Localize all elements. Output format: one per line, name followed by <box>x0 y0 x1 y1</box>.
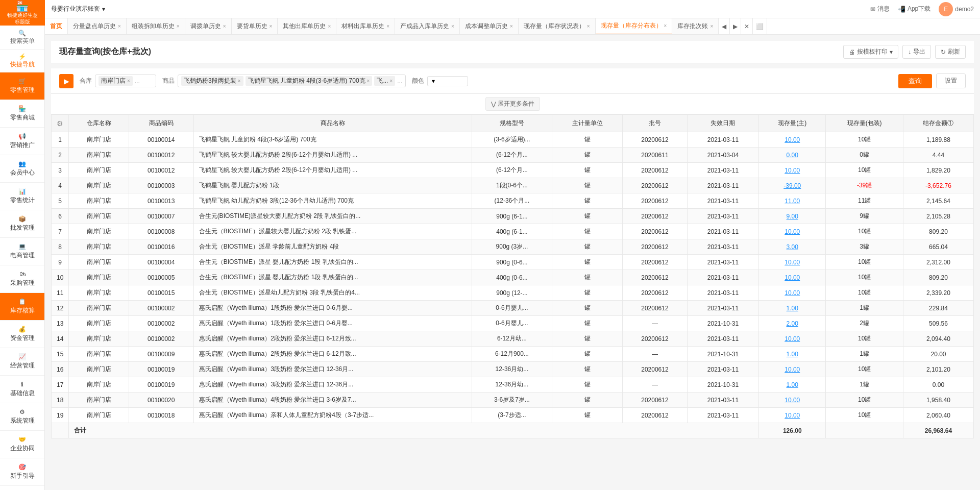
settings-button[interactable]: 设置 <box>936 74 966 88</box>
cell-qty-main[interactable]: 0.00 <box>759 148 826 163</box>
sidebar-item-inventory[interactable]: 📋 库存核算 <box>0 293 44 321</box>
cell-qty-main[interactable]: 3.00 <box>759 239 826 255</box>
goods-tag-1-close[interactable]: × <box>238 78 241 84</box>
sidebar-item-member[interactable]: 👥 会员中心 <box>0 155 44 183</box>
cell-warehouse: 南岸门店 <box>69 163 129 178</box>
sidebar-item-purchase[interactable]: 🛍 采购管理 <box>0 265 44 293</box>
cell-qty-main[interactable]: 10.00 <box>759 285 826 301</box>
cell-spec: 1段(0-6个... <box>472 178 552 193</box>
sidebar-item-new-guide[interactable]: 🎯 新手引导 <box>0 458 44 486</box>
cell-qty-main[interactable]: 1.00 <box>759 377 826 393</box>
cell-qty-main[interactable]: 9.00 <box>759 209 826 224</box>
cell-qty-main[interactable]: 10.00 <box>759 255 826 270</box>
export-btn[interactable]: ↓ 导出 <box>902 45 931 59</box>
expand-conditions-btn[interactable]: ⋁ 展开更多条件 <box>485 97 540 111</box>
sidebar-item-finance[interactable]: 💰 资金管理 <box>0 321 44 348</box>
tab-maximize-btn[interactable]: ⬜ <box>753 18 767 35</box>
tab-home[interactable]: 首页 <box>45 18 68 35</box>
cell-qty-main[interactable]: 10.00 <box>759 331 826 347</box>
tab-stock-status[interactable]: 现存量（库存状况表） × <box>519 18 596 35</box>
cell-name: 惠氏启醒（Wyeth illuma）亲和人体儿童配方奶粉4段（3-7步适... <box>193 408 472 423</box>
sidebar-item-marketing[interactable]: 📢 营销推广 <box>0 128 44 155</box>
cell-qty-main[interactable]: 11.00 <box>759 193 826 209</box>
tab-prev-btn[interactable]: ◀ <box>719 18 730 35</box>
cell-qty-main[interactable]: 10.00 <box>759 224 826 239</box>
warehouse-tag-container[interactable]: 南岸门店 × ... <box>95 75 156 87</box>
sidebar-item-app-center[interactable]: 📱 应用中心 <box>0 486 44 490</box>
tab-pickup-history[interactable]: 要货单历史 × <box>232 18 278 35</box>
sidebar-quicknav-entry[interactable]: ⚡ 快捷导航 <box>0 50 44 72</box>
sidebar-label-enterprise: 企业协同 <box>10 444 35 453</box>
refresh-label: 刷新 <box>948 47 960 56</box>
cell-expire: 2021-03-11 <box>687 193 758 209</box>
tab-stock-dist-close[interactable]: × <box>664 23 667 29</box>
cell-qty-main[interactable]: 10.00 <box>759 163 826 178</box>
cell-qty-pkg: 10罐 <box>826 362 903 377</box>
sidebar-item-ecommerce[interactable]: 💻 电商管理 <box>0 238 44 265</box>
th-batch: 批号 <box>623 115 688 132</box>
tab-stock-dist[interactable]: 现存量（库存分布表） × <box>596 18 673 35</box>
tab-stock-batch[interactable]: 库存批次账 × <box>672 18 719 35</box>
tab-pick-close[interactable]: × <box>223 23 226 29</box>
sidebar-search-entry[interactable]: 🔍 搜索英单 <box>0 26 44 50</box>
goods-tag-2-close[interactable]: × <box>367 78 370 84</box>
sidebar-item-operation[interactable]: 📈 经营管理 <box>0 348 44 376</box>
sidebar-item-enterprise[interactable]: 🤝 企业协同 <box>0 431 44 458</box>
warehouse-tag-close[interactable]: × <box>127 78 130 84</box>
sidebar-item-wholesale[interactable]: 📦 批发管理 <box>0 210 44 238</box>
app-download-btn[interactable]: 📲 App下载 <box>898 5 930 13</box>
cell-expire: 2021-03-11 <box>687 255 758 270</box>
tab-material-out-close[interactable]: × <box>386 23 389 29</box>
column-settings-icon[interactable]: ⚙ <box>57 119 63 128</box>
tab-pick-history[interactable]: 调拨单历史 × <box>185 18 232 35</box>
cell-expire: 2021-03-11 <box>687 239 758 255</box>
tab-stock-status-close[interactable]: × <box>587 23 590 29</box>
tab-pickup-close[interactable]: × <box>270 23 273 29</box>
cell-qty-main[interactable]: 2.00 <box>759 316 826 331</box>
tab-dismantle-close[interactable]: × <box>177 23 180 29</box>
cell-qty-main[interactable]: 1.00 <box>759 301 826 316</box>
sidebar-logo[interactable]: 🏪 畅捷通好生意 标题版 <box>0 0 45 26</box>
cell-unit: 罐 <box>552 301 623 316</box>
user-area[interactable]: E demo2 <box>939 2 974 16</box>
tab-product-in[interactable]: 产成品入库单历史 × <box>395 18 460 35</box>
tab-cost-adjust[interactable]: 成本调整单历史 × <box>460 18 519 35</box>
tab-stock-history-close[interactable]: × <box>118 23 121 29</box>
tab-product-in-close[interactable]: × <box>451 23 454 29</box>
account-dropdown[interactable]: 母婴行业演示账套 ▾ <box>51 5 105 13</box>
cell-qty-main[interactable]: 10.00 <box>759 270 826 285</box>
template-print-btn[interactable]: 🖨 按模板打印 ▾ <box>843 45 898 59</box>
tab-cost-adjust-close[interactable]: × <box>510 23 513 29</box>
cell-qty-main[interactable]: 10.00 <box>759 408 826 423</box>
sidebar-item-retail-stats[interactable]: 📊 零售统计 <box>0 183 44 210</box>
goods-tag-container[interactable]: 飞鹤奶粉3段两提装 × 飞鹤星飞帆 儿童奶粉 4段(3-6岁适用) 700克 ×… <box>178 75 406 87</box>
cell-qty-main[interactable]: 10.00 <box>759 393 826 408</box>
messages-btn[interactable]: ✉ 消息 <box>870 5 890 13</box>
refresh-btn[interactable]: ↻ 刷新 <box>935 45 966 59</box>
sidebar-item-base-info[interactable]: ℹ 基础信息 <box>0 376 44 403</box>
search-expand-btn[interactable]: ▶ <box>59 74 74 88</box>
cell-qty-main[interactable]: 10.00 <box>759 362 826 377</box>
th-code: 商品编码 <box>129 115 193 132</box>
tab-dismantle-history[interactable]: 组装拆卸单历史 × <box>127 18 185 35</box>
tab-stock-batch-close[interactable]: × <box>710 23 713 29</box>
tab-other-out-close[interactable]: × <box>328 23 331 29</box>
tab-next-btn[interactable]: ▶ <box>730 18 741 35</box>
tab-stock-history[interactable]: 分量盘点单历史 × <box>68 18 127 35</box>
sidebar-item-sys-mgmt[interactable]: ⚙ 系统管理 <box>0 403 44 431</box>
cell-qty-main[interactable]: 1.00 <box>759 347 826 362</box>
goods-tag-3-close[interactable]: × <box>389 78 393 84</box>
sidebar-item-retail-store[interactable]: 🏪 零售商城 <box>0 100 44 128</box>
th-settings[interactable]: ⚙ <box>52 115 69 132</box>
sidebar-item-retail-mgmt[interactable]: 🛒 零售管理 <box>0 72 44 100</box>
cell-balance: 2,094.40 <box>903 331 973 347</box>
cell-qty-main[interactable]: -39.00 <box>759 178 826 193</box>
tab-material-out[interactable]: 材料出库单历史 × <box>336 18 395 35</box>
cell-qty-main[interactable]: 10.00 <box>759 132 826 148</box>
query-button[interactable]: 查询 <box>898 74 932 88</box>
th-spec: 规格型号 <box>472 115 552 132</box>
color-dropdown[interactable]: ▾ <box>427 76 468 86</box>
sidebar-label-new-guide: 新手引导 <box>10 472 35 480</box>
tab-close-btn[interactable]: ✕ <box>741 18 753 35</box>
tab-other-out[interactable]: 其他出库单历史 × <box>278 18 336 35</box>
